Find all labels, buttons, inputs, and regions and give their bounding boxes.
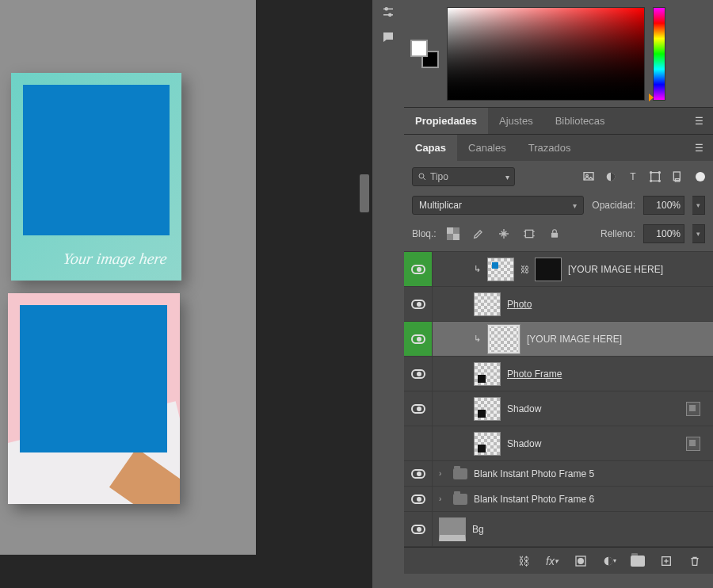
visibility-toggle[interactable] bbox=[404, 487, 433, 511]
layer-thumbnail[interactable] bbox=[439, 517, 466, 541]
lock-all-icon[interactable] bbox=[546, 225, 563, 242]
filter-toggle[interactable] bbox=[696, 172, 705, 181]
canvas-scrollbar-thumb[interactable] bbox=[360, 174, 369, 212]
tab-paths[interactable]: Trazados bbox=[517, 135, 582, 162]
svg-point-22 bbox=[578, 558, 584, 563]
foreground-color-swatch[interactable] bbox=[410, 40, 428, 57]
panel-menu-icon[interactable]: ☰ bbox=[691, 116, 707, 127]
tab-adjustments[interactable]: Ajustes bbox=[488, 108, 544, 135]
layer-name[interactable]: Bg bbox=[472, 524, 484, 535]
visibility-toggle[interactable] bbox=[404, 461, 433, 486]
adjustment-layer-icon[interactable]: ▾ bbox=[602, 554, 616, 568]
layer-search-input[interactable]: Tipo ▾ bbox=[412, 167, 515, 186]
lock-position-icon[interactable] bbox=[495, 225, 513, 242]
layer-thumbnail[interactable] bbox=[474, 432, 501, 456]
chevron-right-icon[interactable]: › bbox=[439, 469, 447, 478]
filter-shape-icon[interactable] bbox=[648, 170, 662, 184]
tab-layers[interactable]: Capas bbox=[404, 135, 457, 162]
layer-row[interactable]: Bg bbox=[404, 512, 713, 547]
visibility-toggle[interactable] bbox=[404, 512, 433, 546]
panel-menu-icon[interactable]: ☰ bbox=[691, 143, 707, 154]
eye-icon bbox=[411, 334, 425, 344]
link-icon[interactable]: ⛓ bbox=[520, 264, 528, 275]
filter-adjustment-icon[interactable] bbox=[604, 170, 618, 184]
layer-name[interactable]: [YOUR IMAGE HERE] bbox=[527, 334, 622, 345]
layer-name[interactable]: Shadow bbox=[507, 438, 541, 449]
layer-filter-row: Tipo ▾ T bbox=[404, 161, 713, 193]
visibility-toggle[interactable] bbox=[404, 391, 433, 426]
layer-thumbnail-smartobject[interactable] bbox=[487, 324, 520, 354]
folder-icon bbox=[453, 468, 467, 479]
layer-thumbnail[interactable] bbox=[474, 397, 501, 421]
fill-label: Relleno: bbox=[601, 228, 635, 239]
filter-smartobject-icon[interactable] bbox=[670, 170, 684, 184]
layer-row[interactable]: Photo Frame bbox=[404, 357, 713, 391]
layer-name[interactable]: [YOUR IMAGE HERE] bbox=[568, 264, 663, 275]
visibility-toggle[interactable] bbox=[404, 357, 433, 391]
visibility-toggle[interactable] bbox=[404, 322, 433, 356]
eye-icon bbox=[411, 469, 425, 479]
lock-fill-row: Bloq.: Relleno: 100% ▾ bbox=[404, 221, 713, 252]
visibility-toggle[interactable] bbox=[404, 426, 433, 460]
filter-image-icon[interactable] bbox=[581, 170, 596, 184]
lock-artboard-icon[interactable] bbox=[520, 225, 538, 242]
layer-row[interactable]: › Blank Instant Photo Frame 5 bbox=[404, 461, 713, 487]
layer-name[interactable]: Photo Frame bbox=[507, 368, 562, 380]
layer-row[interactable]: Shadow bbox=[404, 426, 713, 461]
link-layers-icon[interactable]: ⛓ bbox=[517, 554, 531, 568]
layer-mask-thumbnail[interactable] bbox=[535, 258, 562, 281]
layer-thumbnail[interactable] bbox=[474, 362, 501, 386]
visibility-toggle[interactable] bbox=[404, 252, 433, 286]
new-group-icon[interactable] bbox=[631, 554, 645, 568]
layer-row-selected[interactable]: ↳ [YOUR IMAGE HERE] bbox=[404, 322, 713, 357]
layer-name[interactable]: Photo bbox=[507, 299, 532, 310]
eye-icon bbox=[411, 494, 425, 504]
layer-fx-icon[interactable]: fx▾ bbox=[545, 554, 559, 568]
add-mask-icon[interactable] bbox=[574, 554, 588, 568]
polaroid-pink[interactable] bbox=[8, 293, 180, 504]
delete-layer-icon[interactable] bbox=[688, 554, 702, 568]
polaroid-teal-photo[interactable] bbox=[23, 85, 170, 235]
tab-libraries[interactable]: Bibliotecas bbox=[544, 108, 616, 135]
tab-channels[interactable]: Canales bbox=[457, 135, 517, 162]
filter-type-icon[interactable]: T bbox=[626, 170, 640, 184]
new-layer-icon[interactable] bbox=[659, 554, 673, 568]
layer-effects-icon[interactable] bbox=[686, 402, 700, 416]
hue-slider-handle[interactable] bbox=[649, 94, 654, 101]
layer-effects-icon[interactable] bbox=[686, 437, 700, 451]
layer-row[interactable]: Shadow bbox=[404, 391, 713, 426]
slider-icon[interactable] bbox=[381, 5, 395, 19]
blend-mode-dropdown[interactable]: Multiplicar ▾ bbox=[412, 196, 584, 215]
layer-row[interactable]: ↳ ⛓ [YOUR IMAGE HERE] bbox=[404, 252, 713, 287]
opacity-stepper[interactable]: ▾ bbox=[692, 196, 705, 215]
svg-rect-18 bbox=[453, 234, 459, 240]
layer-name[interactable]: Blank Instant Photo Frame 6 bbox=[474, 494, 594, 505]
opacity-input[interactable]: 100% bbox=[643, 196, 684, 215]
svg-line-5 bbox=[424, 178, 426, 181]
layer-row[interactable]: Photo bbox=[404, 287, 713, 322]
polaroid-teal[interactable]: Your image here bbox=[11, 73, 181, 281]
layer-name[interactable]: Blank Instant Photo Frame 5 bbox=[474, 468, 594, 479]
layer-name[interactable]: Shadow bbox=[507, 403, 541, 414]
svg-rect-19 bbox=[525, 230, 532, 237]
fill-input[interactable]: 100% bbox=[643, 224, 684, 243]
chat-icon[interactable] bbox=[381, 30, 395, 44]
color-field[interactable] bbox=[447, 7, 645, 101]
svg-point-13 bbox=[658, 180, 660, 181]
layers-tabs: Capas Canales Trazados ☰ bbox=[404, 134, 713, 161]
lock-transparency-icon[interactable] bbox=[444, 225, 462, 242]
visibility-toggle[interactable] bbox=[404, 287, 433, 321]
layer-thumbnail[interactable] bbox=[487, 258, 514, 281]
layer-row[interactable]: › Blank Instant Photo Frame 6 bbox=[404, 487, 713, 512]
fill-stepper[interactable]: ▾ bbox=[692, 224, 705, 243]
hue-slider[interactable] bbox=[653, 7, 665, 101]
canvas-artboard[interactable]: Your image here bbox=[0, 0, 256, 555]
polaroid-pink-photo[interactable] bbox=[20, 305, 167, 452]
chevron-right-icon[interactable]: › bbox=[439, 494, 447, 503]
layer-thumbnail[interactable] bbox=[474, 292, 501, 316]
lock-brush-icon[interactable] bbox=[470, 225, 487, 242]
tab-properties[interactable]: Propiedades bbox=[404, 108, 488, 135]
eye-icon bbox=[411, 265, 425, 274]
canvas-scrollbar-vertical[interactable] bbox=[358, 0, 371, 555]
foreground-background-swatch[interactable] bbox=[410, 40, 439, 68]
